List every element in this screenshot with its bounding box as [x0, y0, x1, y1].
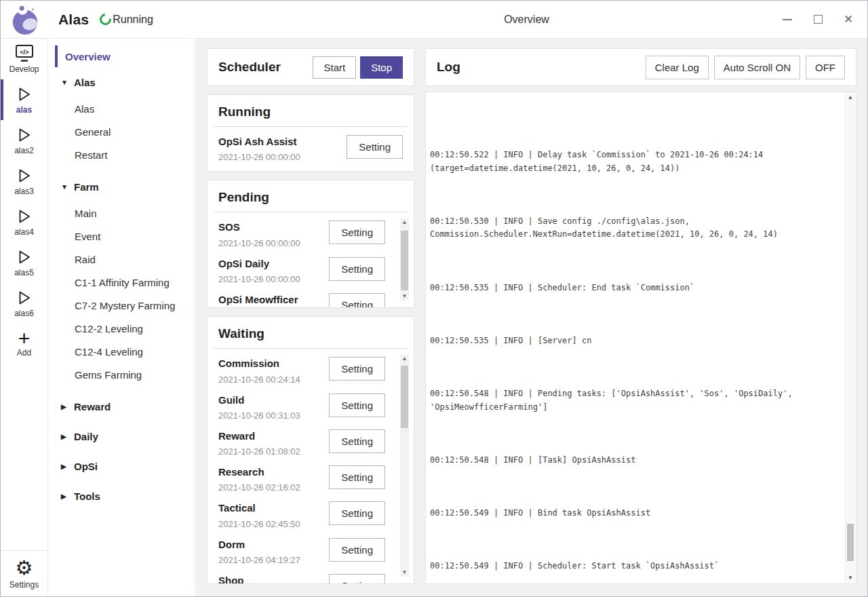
nav-item[interactable]: C7-2 Mystery Farming [48, 294, 195, 317]
scroll-up-icon[interactable]: ▲ [400, 218, 409, 227]
nav-item[interactable]: Raid [48, 248, 195, 271]
scroll-down-icon[interactable]: ▼ [846, 573, 855, 583]
task-item: Dorm 2021-10-26 04:19:27 Setting [218, 538, 403, 565]
nav-item-label: General [75, 126, 111, 138]
nav-item-label: Tools [74, 490, 100, 502]
scrollbar[interactable]: ▲ ▼ [400, 218, 409, 301]
log-header-panel: Log Clear Log Auto Scroll ON OFF [425, 48, 856, 86]
maximize-button[interactable] [812, 14, 823, 25]
task-item: SOS 2021-10-26 00:00:00 Setting [218, 220, 403, 248]
sidebar-instance[interactable]: alas4 [1, 201, 47, 242]
nav-item[interactable]: C12-2 Leveling [48, 317, 195, 340]
task-name: OpSi Ash Assist [218, 135, 300, 149]
instance-label: alas5 [14, 268, 34, 277]
nav-item-label: Event [75, 231, 100, 242]
nav-item[interactable]: General [48, 120, 195, 143]
nav-item[interactable]: C1-1 Affinity Farming [48, 271, 195, 294]
task-next-run-time: 2021-10-26 02:16:02 [218, 482, 300, 493]
auto-scroll-on-button[interactable]: Auto Scroll ON [714, 56, 800, 79]
nav-item-label: Raid [75, 254, 96, 265]
log-column: Log Clear Log Auto Scroll ON OFF 00:12:5… [421, 39, 867, 596]
nav-item-label: Restart [75, 149, 107, 161]
nav-item-label: Overview [65, 51, 111, 62]
nav-item[interactable]: Daily [48, 421, 195, 451]
task-setting-button[interactable]: Setting [329, 293, 385, 309]
scrollbar-thumb[interactable] [401, 231, 408, 290]
add-instance-button[interactable]: + Add [1, 324, 47, 364]
instance-label: alas [16, 105, 32, 115]
titlebar: Alas Running Overview ✕ [1, 1, 867, 39]
task-setting-button[interactable]: Setting [347, 135, 403, 159]
instance-label: alas6 [14, 309, 34, 318]
instance-rail: </> Develop alas alas2 [1, 39, 48, 596]
nav-item-label: Reward [74, 401, 111, 412]
play-icon [15, 85, 33, 103]
log-scrollbar[interactable]: ▲ ▼ [845, 93, 855, 583]
nav-item-label: Alas [75, 103, 94, 115]
task-setting-button[interactable]: Setting [329, 429, 385, 453]
task-setting-button[interactable]: Setting [329, 501, 385, 525]
task-name: Research [218, 465, 300, 479]
start-button[interactable]: Start [313, 56, 356, 79]
task-next-run-time: 2021-10-26 04:19:27 [218, 555, 300, 565]
auto-scroll-off-button[interactable]: OFF [806, 56, 845, 79]
running-panel: Running OpSi Ash Assist 2021-10-26 00:00… [207, 94, 414, 172]
nav-item[interactable]: Overview [55, 45, 195, 67]
task-name: OpSi Daily [218, 257, 300, 271]
sidebar-instance[interactable]: alas5 [1, 242, 47, 283]
minimize-button[interactable] [782, 14, 793, 25]
task-setting-button[interactable]: Setting [329, 257, 385, 281]
scroll-down-icon[interactable]: ▼ [400, 569, 409, 577]
nav-item[interactable]: C12-4 Leveling [48, 340, 195, 363]
task-setting-button[interactable]: Setting [329, 574, 385, 584]
sidebar-item-develop[interactable]: </> Develop [1, 39, 47, 79]
nav-item[interactable]: Main [48, 201, 195, 225]
pending-title: Pending [214, 189, 407, 212]
scroll-up-icon[interactable]: ▲ [400, 355, 409, 363]
nav-item[interactable]: Reward [48, 391, 195, 421]
task-item: Commission 2021-10-26 00:24:14 Setting [218, 357, 403, 384]
scrollbar-thumb[interactable] [401, 366, 408, 428]
window-title: Overview [197, 14, 856, 26]
task-setting-button[interactable]: Setting [329, 538, 385, 562]
scrollbar[interactable]: ▲ ▼ [400, 355, 409, 577]
scroll-down-icon[interactable]: ▼ [400, 292, 409, 301]
window-controls: ✕ [782, 14, 854, 25]
log-line: 00:12:50.530 | INFO | Save config ./conf… [430, 215, 840, 242]
nav-item-label: Farm [74, 181, 99, 193]
scheduler-panel: Scheduler Start Stop [207, 48, 414, 86]
nav-item[interactable]: Gems Farming [48, 363, 195, 386]
nav-item[interactable]: Alas [48, 67, 195, 97]
add-label: Add [17, 348, 31, 358]
play-icon [15, 126, 33, 144]
scrollbar-thumb[interactable] [847, 524, 854, 560]
close-button[interactable]: ✕ [843, 14, 854, 25]
pending-list: SOS 2021-10-26 00:00:00 Setting OpSi Dai… [218, 220, 403, 308]
nav-item[interactable]: Alas [48, 97, 195, 120]
sidebar-instance[interactable]: alas3 [1, 161, 47, 201]
task-setting-button[interactable]: Setting [329, 220, 385, 244]
clear-log-button[interactable]: Clear Log [646, 56, 709, 79]
task-name: Tactical [218, 501, 300, 515]
sidebar-item-settings[interactable]: ⚙ Settings [1, 550, 47, 596]
nav-item[interactable]: Restart [48, 143, 195, 166]
nav-item[interactable]: OpSi [48, 451, 195, 481]
nav-item[interactable]: Event [48, 225, 195, 248]
log-line: 00:12:50.548 | INFO | Pending tasks: ['O… [430, 387, 840, 414]
task-setting-button[interactable]: Setting [329, 357, 385, 381]
sidebar-instance[interactable]: alas2 [1, 120, 47, 161]
nav-item[interactable]: Tools [48, 481, 195, 511]
sidebar-instance[interactable]: alas [1, 79, 47, 120]
task-item: Guild 2021-10-26 00:31:03 Setting [218, 393, 403, 421]
running-title: Running [214, 103, 407, 127]
scroll-up-icon[interactable]: ▲ [846, 93, 855, 102]
pending-panel: Pending SOS 2021-10-26 00:00:00 Setting [207, 180, 414, 308]
chevron-icon [61, 463, 74, 470]
task-setting-button[interactable]: Setting [329, 393, 385, 417]
stop-button[interactable]: Stop [360, 56, 403, 79]
nav-item[interactable]: Farm [48, 172, 195, 201]
sidebar-instance[interactable]: alas6 [1, 283, 47, 324]
task-setting-button[interactable]: Setting [329, 465, 385, 489]
gear-icon: ⚙ [16, 558, 33, 578]
task-next-run-time: 2021-10-26 02:45:50 [218, 519, 300, 529]
